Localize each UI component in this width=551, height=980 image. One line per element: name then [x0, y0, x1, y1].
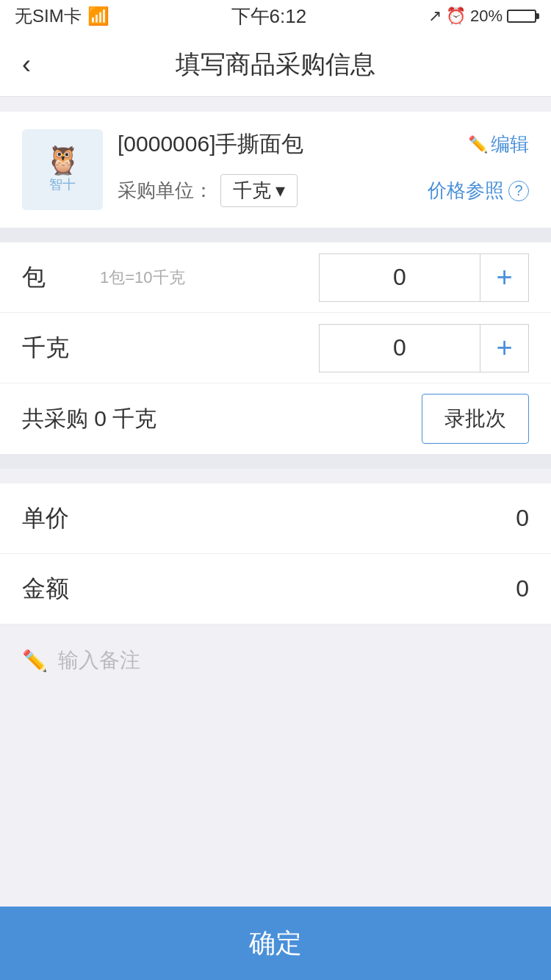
unit-label: 采购单位：: [118, 178, 213, 203]
alarm-icon: ⏰: [446, 7, 466, 26]
edit-button[interactable]: ✏️ 编辑: [468, 131, 529, 157]
bag-input-row: 包 1包=10千克 +: [0, 242, 551, 313]
pencil-icon: ✏️: [22, 649, 48, 673]
unit-selector[interactable]: 千克 ▾: [220, 174, 298, 207]
battery-icon: [507, 10, 536, 23]
price-section: 单价 0 金额 0: [0, 483, 551, 624]
location-icon: ↗: [428, 7, 442, 26]
unit-price-row: 单价 0: [0, 483, 551, 554]
back-button[interactable]: ‹: [15, 42, 38, 87]
price-ref-button[interactable]: 价格参照 ?: [428, 178, 529, 203]
product-name: [0000006]手撕面包: [118, 129, 303, 159]
status-right: ↗ ⏰ 20%: [428, 7, 536, 26]
summary-row: 共采购 0 千克 录批次: [0, 383, 551, 454]
notes-section[interactable]: ✏️ 输入备注: [0, 624, 551, 696]
kg-label: 千克: [22, 332, 96, 364]
chevron-down-icon: ▾: [276, 179, 285, 202]
no-sim-text: 无SIM卡: [15, 4, 82, 28]
amount-row: 金额 0: [0, 554, 551, 624]
product-card: 🦉 智十 [0000006]手撕面包 ✏️ 编辑 采购单位： 千克 ▾ 价格参照…: [0, 112, 551, 228]
status-left: 无SIM卡 📶: [15, 4, 109, 28]
nav-bar: ‹ 填写商品采购信息: [0, 32, 551, 97]
battery-percent: 20%: [470, 7, 503, 26]
confirm-button-label: 确定: [249, 926, 302, 962]
kg-input-control: +: [319, 324, 529, 372]
unit-price-value: 0: [516, 505, 529, 532]
status-time: 下午6:12: [231, 4, 307, 29]
divider-band-2: [0, 454, 551, 469]
unit-price-label: 单价: [22, 502, 69, 535]
edit-icon: ✏️: [468, 135, 488, 154]
bag-input[interactable]: [319, 253, 480, 302]
wifi-icon: 📶: [87, 6, 109, 26]
summary-text: 共采购 0 千克: [22, 404, 156, 434]
bag-label: 包: [22, 262, 96, 294]
product-thumbnail: 🦉 智十: [22, 129, 103, 210]
status-bar: 无SIM卡 📶 下午6:12 ↗ ⏰ 20%: [0, 0, 551, 32]
amount-label: 金额: [22, 573, 69, 605]
page-title: 填写商品采购信息: [176, 48, 375, 82]
divider-band-1: [0, 228, 551, 242]
bag-sublabel: 1包=10千克: [100, 267, 319, 289]
kg-plus-button[interactable]: +: [480, 324, 529, 372]
confirm-button-area[interactable]: 确定: [0, 907, 551, 980]
kg-input-row: 千克 +: [0, 313, 551, 383]
kg-input[interactable]: [319, 324, 480, 372]
notes-placeholder: 输入备注: [58, 646, 140, 674]
product-info: [0000006]手撕面包 ✏️ 编辑 采购单位： 千克 ▾ 价格参照 ?: [118, 129, 529, 207]
brand-label: 智十: [49, 176, 76, 193]
bag-plus-button[interactable]: +: [480, 253, 529, 302]
batch-button[interactable]: 录批次: [422, 394, 529, 444]
price-ref-help-icon: ?: [508, 181, 529, 201]
bag-input-control: +: [319, 253, 529, 302]
owl-icon: 🦉: [46, 146, 80, 174]
amount-value: 0: [516, 575, 529, 602]
input-section: 包 1包=10千克 + 千克 +: [0, 242, 551, 383]
